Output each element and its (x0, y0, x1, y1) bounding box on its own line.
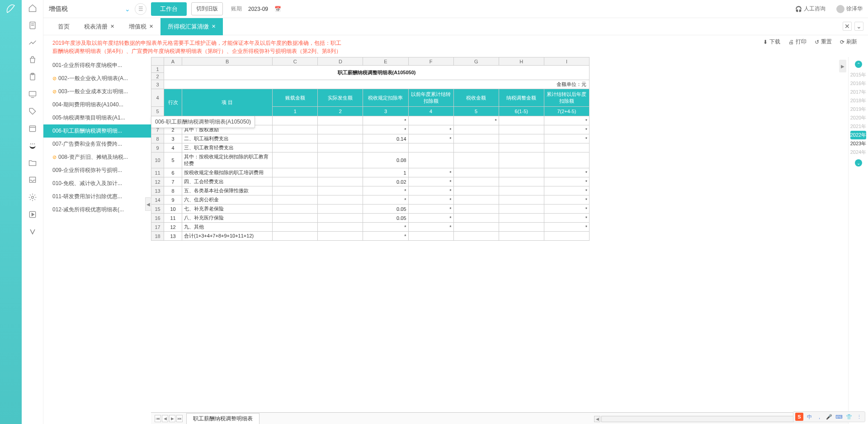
data-cell[interactable] (363, 143, 408, 152)
data-cell[interactable] (499, 168, 544, 177)
data-cell[interactable] (273, 214, 318, 223)
spreadsheet-grid[interactable]: ABCDEFGHI1职工薪酬纳税调整明细表(A105050)23金额单位：元4行… (151, 57, 590, 241)
data-cell[interactable]: * (544, 134, 589, 143)
data-cell[interactable] (273, 195, 318, 205)
row-index-cell[interactable]: 6 (164, 168, 182, 177)
row-label-cell[interactable]: 三、职工教育经费支出 (182, 143, 273, 152)
data-cell[interactable] (408, 143, 453, 152)
row-header[interactable]: 18 (151, 232, 164, 241)
data-cell[interactable] (273, 143, 318, 152)
col-header[interactable]: A (164, 57, 182, 66)
data-cell[interactable] (318, 134, 363, 143)
row-index-cell[interactable]: 7 (164, 177, 182, 186)
data-cell[interactable]: * (363, 186, 408, 195)
data-cell[interactable]: 1 (363, 168, 408, 177)
row-header[interactable]: 8 (151, 134, 164, 143)
data-cell[interactable] (318, 125, 363, 134)
refresh-button[interactable]: ⟳刷新 (840, 38, 857, 46)
data-cell[interactable]: * (544, 186, 589, 195)
data-cell[interactable]: * (544, 223, 589, 232)
data-cell[interactable] (318, 232, 363, 241)
home-icon[interactable] (28, 4, 37, 13)
tax-type-dropdown[interactable]: 增值税 ⌄ (49, 5, 130, 13)
data-cell[interactable]: * (544, 195, 589, 205)
expand-right-handle[interactable]: ▶ (839, 60, 846, 72)
data-cell[interactable]: 0.05 (363, 205, 408, 214)
row-header[interactable]: 3 (151, 80, 164, 89)
data-cell[interactable]: * (408, 134, 453, 143)
tab-2[interactable]: 增值税✕ (122, 18, 160, 35)
download-button[interactable]: ⬇下载 (763, 38, 780, 46)
data-cell[interactable]: * (408, 205, 453, 214)
row-label-cell[interactable]: 其中：按税收规定比例扣除的职工教育经费 (182, 152, 273, 168)
data-cell[interactable]: * (408, 168, 453, 177)
ime-keyboard-icon[interactable]: ⌨ (835, 413, 843, 421)
row-label-cell[interactable]: 按税收规定全额扣除的职工培训费用 (182, 168, 273, 177)
row-label-cell[interactable]: 六、住房公积金 (182, 195, 273, 205)
ime-punct[interactable]: ， (815, 413, 823, 421)
data-cell[interactable] (499, 214, 544, 223)
folder-icon[interactable] (28, 158, 37, 167)
data-cell[interactable]: * (363, 116, 408, 125)
data-cell[interactable]: * (363, 232, 408, 241)
form-list-item-1[interactable]: ⊘002-一般企业收入明细表(A... (43, 72, 151, 85)
ime-skin-icon[interactable]: 👕 (845, 413, 853, 421)
data-cell[interactable] (273, 116, 318, 125)
data-cell[interactable] (318, 177, 363, 186)
form-list-item-10[interactable]: 011-研发费用加计扣除优惠... (43, 190, 151, 203)
tab-close-icon[interactable]: ✕ (212, 24, 216, 29)
data-cell[interactable] (273, 205, 318, 214)
row-header[interactable]: 13 (151, 186, 164, 195)
data-cell[interactable] (453, 195, 499, 205)
row-header[interactable]: 2 (151, 73, 164, 80)
tab-close-icon[interactable]: ✕ (149, 24, 153, 29)
ime-mic-icon[interactable]: 🎤 (825, 413, 833, 421)
year-option[interactable]: 2021年 (850, 122, 866, 131)
col-header[interactable]: F (408, 57, 453, 66)
gear-icon[interactable] (28, 193, 37, 202)
data-cell[interactable] (318, 205, 363, 214)
data-cell[interactable] (499, 116, 544, 125)
data-cell[interactable]: * (453, 116, 499, 125)
ime-logo-icon[interactable]: S (795, 413, 803, 421)
data-cell[interactable] (499, 125, 544, 134)
year-scroll-up[interactable]: ⌃ (855, 61, 862, 68)
data-cell[interactable] (499, 134, 544, 143)
tab-1[interactable]: 税表清册✕ (77, 18, 122, 35)
year-option[interactable]: 2018年 (850, 96, 866, 105)
data-cell[interactable] (499, 143, 544, 152)
tab-close-icon[interactable]: ✕ (110, 24, 114, 29)
row-index-cell[interactable]: 9 (164, 195, 182, 205)
year-option[interactable]: 2017年 (850, 88, 866, 96)
sheet-nav-next[interactable]: ▶ (169, 415, 175, 422)
ime-lang[interactable]: 中 (805, 413, 813, 421)
panel-collapse-handle[interactable]: ◀ (145, 197, 151, 211)
data-cell[interactable] (499, 223, 544, 232)
data-cell[interactable] (544, 143, 589, 152)
year-option[interactable]: 2023年 (850, 139, 866, 148)
data-cell[interactable] (318, 195, 363, 205)
data-cell[interactable] (453, 152, 499, 168)
col-header[interactable]: B (182, 57, 273, 66)
reset-button[interactable]: ↺重置 (815, 38, 832, 46)
data-cell[interactable]: 0.02 (363, 177, 408, 186)
year-option[interactable]: 2016年 (850, 79, 866, 88)
col-header[interactable]: I (544, 57, 589, 66)
form-list-item-9[interactable]: 010-免税、减计收入及加计... (43, 177, 151, 190)
row-index-cell[interactable]: 4 (164, 143, 182, 152)
data-cell[interactable] (318, 143, 363, 152)
calendar-icon[interactable] (28, 124, 37, 133)
col-header[interactable]: H (499, 57, 544, 66)
hscroll-left[interactable]: ◀ (594, 416, 600, 422)
form-list-item-0[interactable]: 001-企业所得税年度纳税申... (43, 59, 151, 72)
row-label-cell[interactable]: 四、工会经费支出 (182, 177, 273, 186)
data-cell[interactable] (544, 232, 589, 241)
data-cell[interactable] (273, 223, 318, 232)
inbox-icon[interactable] (28, 176, 37, 185)
row-label-cell[interactable]: 七、补充养老保险 (182, 205, 273, 214)
data-cell[interactable]: * (408, 125, 453, 134)
data-cell[interactable] (318, 223, 363, 232)
doc-icon[interactable] (28, 21, 37, 30)
year-option[interactable]: 2024年 (850, 148, 866, 157)
data-cell[interactable] (453, 143, 499, 152)
